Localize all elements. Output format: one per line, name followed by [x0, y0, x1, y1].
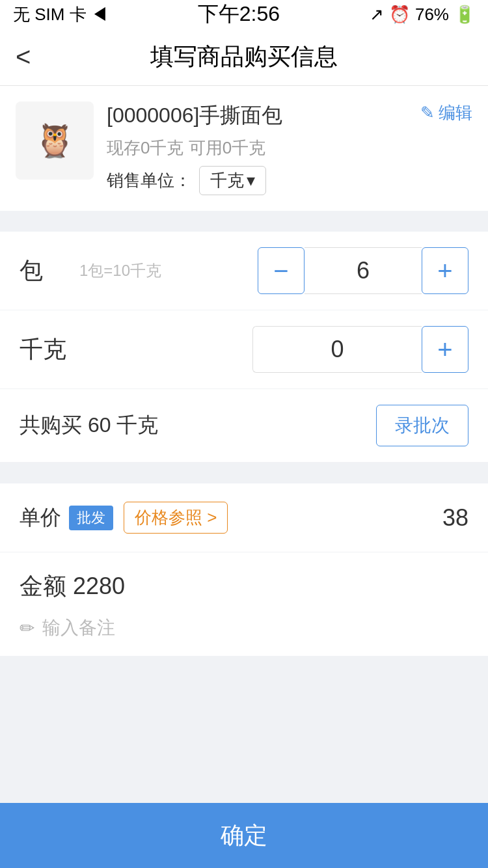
section-separator-1 — [0, 221, 488, 232]
product-stock: 现存0千克 可用0千克 — [107, 137, 472, 159]
section-separator-2 — [0, 463, 488, 473]
amount-section: 金额 2280 ✏ 输入备注 — [0, 552, 488, 656]
bao-input-row: 包 1包=10千克 − + — [0, 232, 488, 310]
kg-plus-button[interactable]: + — [422, 326, 468, 373]
battery-text: 76% — [415, 5, 449, 25]
alarm-icon: ⏰ — [389, 5, 410, 25]
input-section: 包 1包=10千克 − + 千克 + 共购买 60 千克 录批次 — [0, 232, 488, 463]
status-time: 下午2:56 — [198, 0, 280, 29]
unit-value: 千克 — [210, 169, 244, 192]
remark-icon: ✏ — [20, 617, 34, 639]
kg-qty-input[interactable] — [252, 326, 422, 373]
bao-controls: − + — [258, 247, 468, 294]
price-row: 单价 批发 价格参照 > 38 — [0, 483, 488, 552]
amount-number: 2280 — [73, 573, 125, 599]
product-card: 🦉 [0000006]手撕面包 现存0千克 可用0千克 销售单位： 千克 ▾ ✎… — [0, 86, 488, 211]
bao-qty-input[interactable] — [305, 247, 422, 294]
record-batch-button[interactable]: 录批次 — [376, 405, 468, 446]
edit-icon: ✎ — [420, 103, 435, 123]
amount-label: 金额 — [20, 573, 66, 599]
bao-plus-button[interactable]: + — [422, 247, 468, 294]
unit-label: 销售单位： — [107, 169, 191, 192]
total-row: 共购买 60 千克 录批次 — [0, 389, 488, 463]
amount-row: 金额 2280 — [20, 571, 468, 603]
kg-label: 千克 — [20, 334, 72, 366]
product-logo: 🦉 — [34, 122, 75, 159]
product-name: [0000006]手撕面包 — [107, 102, 472, 130]
product-image: 🦉 — [16, 102, 94, 180]
battery-icon: 🔋 — [454, 5, 475, 25]
bao-minus-button[interactable]: − — [258, 247, 305, 294]
kg-input-row: 千克 + — [0, 310, 488, 389]
back-button[interactable]: < — [16, 42, 31, 72]
bao-label: 包 — [20, 255, 72, 287]
edit-button[interactable]: ✎ 编辑 — [420, 102, 472, 124]
bao-hint: 1包=10千克 — [79, 260, 161, 281]
price-type-tag: 批发 — [69, 506, 113, 530]
product-info: [0000006]手撕面包 现存0千克 可用0千克 销售单位： 千克 ▾ — [107, 102, 472, 195]
nav-bar: < 填写商品购买信息 — [0, 29, 488, 86]
price-section: 单价 批发 价格参照 > 38 — [0, 483, 488, 552]
page-title: 填写商品购买信息 — [150, 41, 338, 73]
remark-row[interactable]: ✏ 输入备注 — [20, 616, 468, 656]
price-label: 单价 — [20, 504, 61, 532]
product-unit-row: 销售单位： 千克 ▾ — [107, 166, 472, 195]
status-bar: 无 SIM 卡 ◀ 下午2:56 ↗ ⏰ 76% 🔋 — [0, 0, 488, 29]
dropdown-icon: ▾ — [247, 170, 255, 191]
remark-placeholder: 输入备注 — [42, 616, 115, 640]
location-icon: ↗ — [370, 5, 384, 25]
status-left: 无 SIM 卡 ◀ — [13, 3, 108, 26]
price-ref-button[interactable]: 价格参照 > — [124, 502, 228, 534]
edit-label: 编辑 — [439, 102, 472, 124]
price-value: 38 — [442, 504, 468, 532]
confirm-button[interactable]: 确定 — [0, 803, 488, 868]
kg-controls: + — [252, 326, 468, 373]
status-right: ↗ ⏰ 76% 🔋 — [370, 5, 475, 25]
total-text: 共购买 60 千克 — [20, 411, 158, 440]
unit-select[interactable]: 千克 ▾ — [199, 166, 266, 195]
